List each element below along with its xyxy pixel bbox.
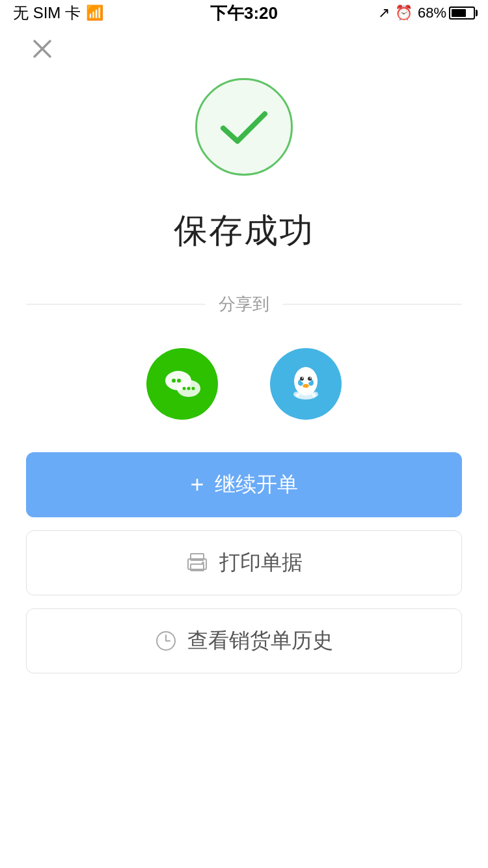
close-icon [31,37,54,61]
divider-right [282,304,462,305]
print-label: 打印单据 [219,549,303,577]
wifi-icon: 📶 [86,5,103,21]
alarm-icon: ⏰ [395,5,413,21]
battery-indicator: 68% [418,5,475,21]
action-buttons: + 继续开单 打印单据 查看销货单历史 [0,452,488,673]
share-label: 分享到 [219,293,269,316]
success-title: 保存成功 [174,208,314,254]
svg-point-17 [303,384,309,388]
continue-button[interactable]: + 继续开单 [26,452,462,517]
svg-point-13 [300,377,304,381]
share-icons [26,348,462,420]
svg-point-20 [312,392,318,397]
svg-point-15 [302,377,303,379]
share-divider: 分享到 [26,293,462,316]
share-section: 分享到 [0,293,488,420]
battery-percentage: 68% [418,5,446,21]
svg-point-16 [310,377,311,379]
history-label: 查看销货单历史 [187,627,333,655]
wechat-icon [161,366,204,402]
history-icon [155,630,177,652]
status-time: 下午3:20 [210,2,278,25]
qq-share-button[interactable] [270,348,342,420]
continue-label: 继续开单 [215,470,298,499]
plus-icon: + [190,471,204,498]
battery-bar [449,7,475,20]
svg-point-7 [187,387,190,390]
print-icon [185,552,209,573]
success-circle [195,78,293,176]
status-right: ↗ ⏰ 68% [378,5,475,21]
svg-point-14 [308,377,312,381]
svg-point-5 [177,379,181,383]
svg-point-4 [172,379,176,383]
status-bar: 无 SIM 卡 📶 下午3:20 ↗ ⏰ 68% [0,0,488,26]
battery-fill [452,9,466,17]
qq-icon [286,363,325,405]
location-icon: ↗ [378,5,390,21]
svg-point-8 [191,387,195,390]
checkmark-icon [218,107,270,146]
svg-point-19 [293,392,300,397]
wechat-share-button[interactable] [146,348,218,420]
print-button[interactable]: 打印单据 [26,530,462,595]
close-button[interactable] [26,33,59,65]
divider-left [26,304,206,305]
svg-point-6 [182,387,185,390]
svg-point-24 [202,562,204,564]
main-content: 保存成功 分享到 [0,26,488,673]
status-left: 无 SIM 卡 📶 [13,3,103,23]
history-button[interactable]: 查看销货单历史 [26,608,462,673]
carrier-label: 无 SIM 卡 [13,3,81,23]
